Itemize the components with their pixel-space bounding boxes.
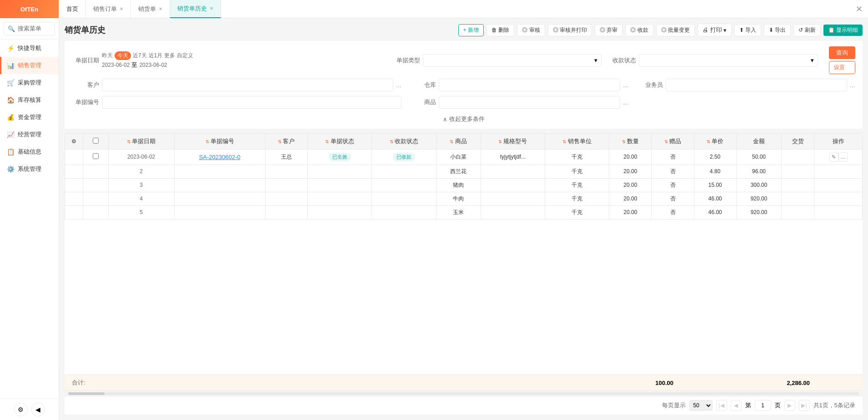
col-gift[interactable]: ⇅ 赠品 — [652, 134, 694, 150]
tab-sales-delivery[interactable]: 销货单 ✕ — [131, 0, 170, 18]
col-goods[interactable]: ⇅ 商品 — [436, 134, 481, 150]
goods-ellipsis[interactable]: ... — [623, 99, 628, 106]
sidebar-item-finance[interactable]: 💰 资金管理 — [0, 109, 59, 126]
edit-action-btn[interactable]: ✎ — [829, 153, 838, 162]
system-icon: ⚙️ — [7, 165, 14, 173]
print-button[interactable]: 🖨 打印 ▾ — [697, 24, 732, 36]
per-page-select[interactable]: 50 100 200 — [689, 400, 712, 411]
collect-status-badge: 已收款 — [393, 153, 415, 161]
row-date: 2023-06-02 — [108, 150, 174, 165]
sidebar-item-system[interactable]: ⚙️ 系统管理 — [0, 160, 59, 178]
page-input[interactable] — [755, 400, 771, 411]
import-button[interactable]: ⬆ 导入 — [734, 24, 761, 36]
row-checkbox[interactable] — [83, 150, 109, 165]
settings-button[interactable]: 设置 — [829, 61, 855, 74]
close-sales-history-icon[interactable]: ✕ — [210, 6, 213, 11]
col-date[interactable]: ⇅ 单据日期 — [108, 134, 174, 150]
sidebar-settings-button[interactable]: ⚙ — [14, 403, 28, 416]
col-amount[interactable]: 金额 — [736, 134, 781, 150]
audit-button[interactable]: ◎ 审核 — [517, 24, 545, 36]
collapse-button[interactable]: ∧ 收起更多条件 — [443, 115, 485, 123]
delete-button[interactable]: 🗑 删除 — [487, 24, 514, 36]
abandon-button[interactable]: ◎ 弃审 — [595, 24, 622, 36]
table-scroll[interactable]: ⚙ ⇅ 单据日期 ⇅ 单据编号 ⇅ 客户 ⇅ 单据状态 ⇅ 收款状态 ⇅ 商品 … — [65, 133, 863, 375]
sidebar-collapse-button[interactable]: ◀ — [31, 403, 45, 416]
salesperson-input[interactable] — [666, 79, 847, 91]
query-button[interactable]: 查询 — [829, 46, 855, 59]
shortcut-yesterday[interactable]: 昨天 — [102, 52, 113, 60]
warehouse-input[interactable] — [439, 79, 620, 91]
row-quantity: 20.00 — [609, 165, 652, 178]
tab-sales-order[interactable]: 销售订单 ✕ — [86, 0, 131, 18]
close-sales-delivery-icon[interactable]: ✕ — [159, 6, 162, 11]
row-actions: ✎… — [814, 150, 863, 165]
row-collect-status: 已收款 — [372, 150, 436, 165]
table-row: 2 西兰花 千克 20.00 否 4.80 96.00 — [65, 165, 863, 178]
prev-page-button[interactable]: ◀ — [731, 400, 742, 411]
sidebar-item-basic-info[interactable]: 📋 基础信息 — [0, 143, 59, 160]
display-detail-button[interactable]: 📋 显示明细 — [823, 25, 863, 36]
row-unit-price: 4.80 — [694, 165, 736, 178]
shortcut-1month[interactable]: 近1月 — [149, 52, 163, 60]
customer-input[interactable] — [102, 79, 393, 91]
refresh-button[interactable]: ↺ 刷新 — [793, 24, 820, 36]
row-quantity: 20.00 — [609, 178, 652, 192]
row-goods: 猪肉 — [436, 178, 481, 192]
first-page-button[interactable]: |◀ — [716, 400, 727, 411]
more-action-btn[interactable]: … — [838, 152, 848, 161]
shortcut-custom[interactable]: 自定义 — [177, 52, 193, 60]
col-collect-status[interactable]: ⇅ 收款状态 — [372, 134, 436, 150]
tab-sales-history[interactable]: 销货单历史 ✕ — [170, 0, 221, 18]
collect-status-select[interactable]: ▾ — [639, 54, 818, 67]
last-page-button[interactable]: ▶| — [799, 400, 810, 411]
horizontal-scrollbar[interactable] — [65, 390, 863, 396]
shortcut-7days[interactable]: 近7天 — [133, 52, 147, 60]
doc-type-select[interactable]: ▾ — [423, 54, 602, 67]
row-checkbox[interactable] — [83, 192, 109, 205]
sidebar-item-purchase[interactable]: 🛒 采购管理 — [0, 74, 59, 91]
salesperson-ellipsis[interactable]: ... — [850, 81, 855, 89]
col-spec[interactable]: ⇅ 规格型号 — [481, 134, 545, 150]
row-checkbox[interactable] — [83, 205, 109, 219]
export-button[interactable]: ⬇ 导出 — [764, 24, 791, 36]
warehouse-ellipsis[interactable]: ... — [623, 81, 628, 89]
scrollbar-thumb[interactable] — [68, 392, 105, 395]
audit-print-button[interactable]: ◎ 审核并打印 — [548, 24, 592, 36]
col-checkbox[interactable] — [83, 134, 109, 150]
collect-button[interactable]: ◎ 收款 — [625, 24, 653, 36]
sidebar-item-sales[interactable]: 📊 销售管理 — [0, 57, 59, 74]
customer-ellipsis[interactable]: ... — [396, 81, 401, 89]
doc-no-link[interactable]: SA-20230602-0 — [199, 154, 241, 160]
tabs-close-all[interactable]: ✕ — [856, 4, 868, 14]
new-button[interactable]: + 新增 — [458, 24, 484, 36]
shortcut-more[interactable]: 更多 — [164, 52, 175, 60]
row-spec — [481, 165, 545, 178]
row-checkbox[interactable] — [83, 178, 109, 192]
select-all-checkbox[interactable] — [93, 138, 99, 144]
col-gear[interactable]: ⚙ — [65, 134, 83, 150]
next-page-button[interactable]: ▶ — [784, 400, 795, 411]
col-doc-no[interactable]: ⇅ 单据编号 — [174, 134, 265, 150]
col-doc-status[interactable]: ⇅ 单据状态 — [307, 134, 371, 150]
sidebar-item-quick-nav[interactable]: ⚡ 快捷导航 — [0, 40, 59, 57]
row-doc-no — [174, 205, 265, 219]
col-quantity[interactable]: ⇅ 数量 — [609, 134, 652, 150]
filter-doc-type-item: 单据类型 ▾ — [393, 54, 602, 67]
row-checkbox[interactable] — [83, 165, 109, 178]
row-date: 4 — [108, 192, 174, 205]
pagination: 每页显示 50 100 200 |◀ ◀ 第 页 ▶ ▶| 共1页，5条记录 — [65, 396, 863, 415]
shortcut-today[interactable]: 今天 — [115, 51, 131, 60]
tab-home[interactable]: 首页 — [59, 0, 86, 18]
goods-input[interactable] — [439, 96, 620, 109]
doc-type-label: 单据类型 — [393, 56, 420, 65]
batch-change-button[interactable]: ◎ 批量变更 — [656, 24, 695, 36]
col-customer[interactable]: ⇅ 客户 — [265, 134, 307, 150]
search-menu-button[interactable]: 🔍 搜索菜单 — [4, 22, 55, 35]
close-sales-order-icon[interactable]: ✕ — [120, 6, 123, 11]
sidebar-item-operations[interactable]: 📈 经营管理 — [0, 126, 59, 143]
col-unit-price[interactable]: ⇅ 单价 — [694, 134, 736, 150]
col-transaction[interactable]: 交货 — [782, 134, 814, 150]
sidebar-item-inventory[interactable]: 🏠 库存核算 — [0, 91, 59, 109]
doc-no-input[interactable] — [102, 96, 401, 109]
col-unit[interactable]: ⇅ 销售单位 — [545, 134, 609, 150]
